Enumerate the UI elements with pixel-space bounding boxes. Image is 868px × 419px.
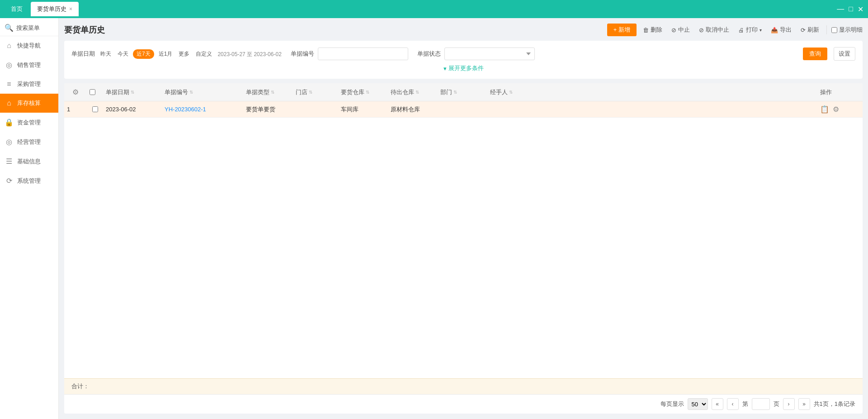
date-btn-1month[interactable]: 近1月 bbox=[157, 49, 175, 59]
th-pending-warehouse[interactable]: 待出仓库 ⇅ bbox=[388, 85, 438, 100]
sidebar-search-label: 搜索菜单 bbox=[16, 24, 40, 32]
more-icon[interactable]: ⚙ bbox=[833, 105, 839, 114]
system-icon: ⟳ bbox=[5, 176, 14, 185]
th-handler[interactable]: 经手人 ⇅ bbox=[487, 85, 542, 100]
date-btn-7days[interactable]: 近7天 bbox=[133, 49, 154, 59]
table-header: ⚙ 单据日期 ⇅ 单据编号 ⇅ 单据类型 ⇅ 门店 ⇅ bbox=[64, 83, 863, 101]
page-unit-label: 页 bbox=[774, 400, 779, 408]
sidebar-search[interactable]: 🔍 搜索菜单 bbox=[0, 18, 58, 36]
summary-label: 合计： bbox=[71, 383, 89, 390]
td-action: 📋 ⚙ bbox=[817, 102, 863, 116]
sidebar-item-operation[interactable]: ◎ 经营管理 bbox=[0, 132, 58, 152]
sidebar-item-sales[interactable]: ◎ 销售管理 bbox=[0, 55, 58, 75]
first-page-btn[interactable]: « bbox=[712, 398, 723, 410]
th-empty bbox=[542, 89, 817, 96]
sort-icon: ⇅ bbox=[309, 90, 312, 95]
refresh-button[interactable]: ⟳ 刷新 bbox=[798, 24, 822, 36]
sidebar-item-label: 销售管理 bbox=[17, 61, 41, 69]
td-dept bbox=[438, 107, 487, 112]
sidebar-item-label: 快捷导航 bbox=[17, 42, 41, 50]
table-panel: ⚙ 单据日期 ⇅ 单据编号 ⇅ 单据类型 ⇅ 门店 ⇅ bbox=[64, 83, 863, 414]
status-select[interactable] bbox=[444, 48, 535, 60]
show-detail-checkbox[interactable] bbox=[831, 27, 837, 33]
sidebar-item-label: 采购管理 bbox=[17, 80, 41, 88]
window-close-btn[interactable]: ✕ bbox=[858, 5, 863, 14]
date-range-display: 2023-05-27 至 2023-06-02 bbox=[217, 51, 281, 58]
sidebar: 🔍 搜索菜单 ⌂ 快捷导航 ◎ 销售管理 ≡ 采购管理 ⌂ 库存核算 🔒 资金管… bbox=[0, 18, 59, 419]
prev-page-btn[interactable]: ‹ bbox=[727, 398, 739, 410]
date-btn-yesterday[interactable]: 昨天 bbox=[99, 49, 113, 59]
search-icon: 🔍 bbox=[5, 24, 14, 32]
row-actions: 📋 ⚙ bbox=[820, 105, 839, 114]
stop-button[interactable]: ⊘ 中止 bbox=[669, 24, 693, 36]
td-no: YH-20230602-1 bbox=[162, 103, 243, 115]
sidebar-item-purchase[interactable]: ≡ 采购管理 bbox=[0, 75, 58, 94]
query-button[interactable]: 查询 bbox=[803, 48, 827, 60]
tab-close-icon[interactable]: × bbox=[69, 6, 72, 12]
window-minimize-btn[interactable]: — bbox=[837, 5, 844, 13]
order-no-label: 单据编号 bbox=[291, 50, 314, 58]
page-input[interactable]: 1 bbox=[752, 398, 770, 410]
page-title-bar: 要货单历史 + 新增 🗑 删除 ⊘ 中止 ⊘ 取消中止 🖨 打印 bbox=[64, 24, 863, 36]
row-checkbox[interactable] bbox=[92, 106, 98, 112]
per-page-select[interactable]: 50 bbox=[688, 398, 708, 410]
select-all-checkbox[interactable] bbox=[90, 89, 95, 95]
td-date: 2023-06-02 bbox=[103, 103, 162, 115]
toolbar-divider bbox=[826, 25, 827, 34]
date-btn-custom[interactable]: 自定义 bbox=[194, 49, 214, 59]
stop-icon: ⊘ bbox=[671, 27, 676, 33]
sort-icon: ⇅ bbox=[189, 90, 193, 95]
toolbar: + 新增 🗑 删除 ⊘ 中止 ⊘ 取消中止 🖨 打印 ▾ bbox=[607, 24, 863, 36]
date-btn-today[interactable]: 今天 bbox=[116, 49, 130, 59]
th-date[interactable]: 单据日期 ⇅ bbox=[103, 85, 162, 100]
th-req-warehouse[interactable]: 要货仓库 ⇅ bbox=[338, 85, 388, 100]
order-no-input[interactable] bbox=[318, 48, 408, 60]
sidebar-item-label: 系统管理 bbox=[17, 177, 41, 185]
inventory-icon: ⌂ bbox=[5, 99, 14, 107]
edit-icon[interactable]: 📋 bbox=[820, 105, 829, 114]
cancel-stop-button[interactable]: ⊘ 取消中止 bbox=[696, 24, 732, 36]
show-detail-label: 显示明细 bbox=[839, 26, 863, 34]
sales-icon: ◎ bbox=[5, 61, 14, 69]
tab-order-history[interactable]: 要货单历史 × bbox=[31, 2, 79, 16]
th-no[interactable]: 单据编号 ⇅ bbox=[162, 85, 243, 100]
new-button[interactable]: + 新增 bbox=[607, 24, 637, 36]
next-page-btn[interactable]: › bbox=[783, 398, 795, 410]
td-empty bbox=[542, 107, 817, 112]
total-label: 共1页，1条记录 bbox=[814, 400, 855, 408]
sidebar-item-system[interactable]: ⟳ 系统管理 bbox=[0, 171, 58, 190]
date-btn-more[interactable]: 更多 bbox=[177, 49, 191, 59]
sort-icon: ⇅ bbox=[366, 90, 369, 95]
last-page-btn[interactable]: » bbox=[798, 398, 810, 410]
tab-home[interactable]: 首页 bbox=[5, 2, 29, 16]
sidebar-item-basic[interactable]: ☰ 基础信息 bbox=[0, 152, 58, 171]
settings-button[interactable]: 设置 bbox=[834, 47, 855, 61]
td-type: 要货单要货 bbox=[243, 103, 293, 116]
th-dept[interactable]: 部门 ⇅ bbox=[438, 85, 487, 100]
sidebar-item-label: 资金管理 bbox=[17, 119, 41, 127]
per-page-label: 每页显示 bbox=[660, 400, 684, 408]
sidebar-item-quick-nav[interactable]: ⌂ 快捷导航 bbox=[0, 36, 58, 55]
th-store[interactable]: 门店 ⇅ bbox=[293, 85, 338, 100]
window-maximize-btn[interactable]: □ bbox=[849, 5, 853, 13]
order-no-link[interactable]: YH-20230602-1 bbox=[165, 106, 206, 113]
sort-icon: ⇅ bbox=[415, 90, 419, 95]
filter-panel: 单据日期 昨天 今天 近7天 近1月 更多 自定义 2023-05-27 至 2… bbox=[64, 41, 863, 79]
basic-icon: ☰ bbox=[5, 157, 14, 166]
delete-button[interactable]: 🗑 删除 bbox=[640, 24, 665, 36]
td-handler bbox=[487, 107, 542, 112]
export-button[interactable]: 📤 导出 bbox=[768, 24, 794, 36]
content-area: 要货单历史 + 新增 🗑 删除 ⊘ 中止 ⊘ 取消中止 🖨 打印 bbox=[59, 18, 868, 419]
sidebar-item-inventory[interactable]: ⌂ 库存核算 bbox=[0, 94, 58, 113]
sidebar-item-finance[interactable]: 🔒 资金管理 bbox=[0, 113, 58, 132]
th-gear[interactable]: ⚙ bbox=[64, 84, 87, 100]
expand-more-btn[interactable]: ▾ 展开更多条件 bbox=[443, 64, 484, 72]
status-label: 单据状态 bbox=[417, 50, 441, 58]
top-bar: 首页 要货单历史 × — □ ✕ bbox=[0, 0, 868, 18]
print-button[interactable]: 🖨 打印 ▾ bbox=[736, 24, 764, 36]
td-req-warehouse: 车间库 bbox=[338, 103, 388, 116]
th-type[interactable]: 单据类型 ⇅ bbox=[243, 85, 293, 100]
date-filter-item: 单据日期 昨天 今天 近7天 近1月 更多 自定义 2023-05-27 至 2… bbox=[71, 49, 282, 59]
table-footer: 合计： bbox=[64, 378, 863, 394]
td-store bbox=[293, 107, 338, 112]
